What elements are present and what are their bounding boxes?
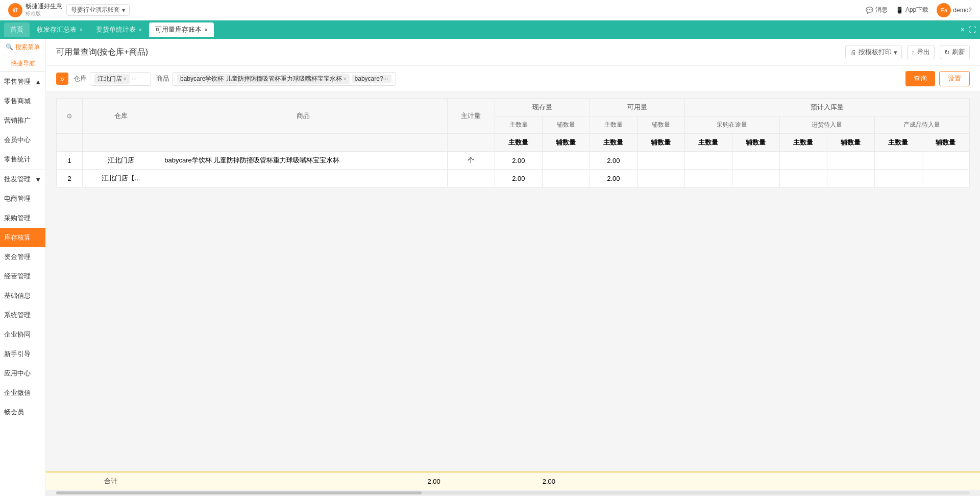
sidebar-item-finance[interactable]: 资金管理 — [0, 247, 45, 267]
query-btn[interactable]: 查询 — [905, 71, 935, 86]
sidebar-label-inventory: 库存核算 — [4, 233, 31, 242]
search-icon: 🔍 — [6, 43, 13, 51]
data-table: ⚙ 仓库 商品 主计量 现存量 可用量 预计入库量 主数量 辅数量 主数量 辅数… — [56, 98, 970, 187]
warehouse-field: 仓库 江北门店 × ··· — [74, 72, 151, 86]
th-sm: 主数量 — [495, 134, 542, 152]
th-avail-aux: 辅数量 — [637, 116, 684, 134]
sidebar-item-marketing[interactable]: 营销推广 — [0, 111, 45, 130]
settings-btn[interactable]: 设置 — [939, 71, 970, 86]
th-index — [57, 134, 83, 152]
th-unit: 主计量 — [447, 99, 495, 134]
th-pra: 辅数量 — [922, 134, 969, 152]
cell-pt-aux — [732, 152, 779, 170]
cell-unit: 个 — [447, 152, 495, 170]
cell-prod-main — [874, 170, 922, 187]
sidebar-item-basic[interactable]: 基础信息 — [0, 286, 45, 305]
cell-prod-aux — [922, 152, 969, 170]
tab-receivable[interactable]: 收发存汇总表 × — [31, 22, 89, 37]
cell-avail-main: 2.00 — [590, 170, 637, 187]
sidebar-label-retail_mgmt: 零售管理 — [4, 77, 31, 86]
sidebar-label-marketing: 营销推广 — [4, 116, 31, 125]
sidebar-item-member[interactable]: 会员中心 — [0, 130, 45, 150]
sidebar-item-enterprise[interactable]: 企业协同 — [0, 325, 45, 344]
sidebar-item-retail_mgmt[interactable]: 零售管理 ▲ — [0, 72, 45, 91]
cell-in-main — [779, 152, 827, 170]
tab-order[interactable]: 要货单统计表 × — [90, 22, 148, 37]
th-wh-empty — [83, 134, 159, 152]
cell-index: 1 — [57, 152, 83, 170]
top-bar-left: 好 畅捷通好生意 标准版 母婴行业演示账套 ▾ — [8, 3, 130, 18]
table-area: ⚙ 仓库 商品 主计量 现存量 可用量 预计入库量 主数量 辅数量 主数量 辅数… — [46, 92, 980, 471]
th-available: 可用量 — [590, 99, 684, 116]
sidebar-item-wholesale[interactable]: 批发管理 ▼ — [0, 169, 45, 189]
sidebar-item-purchase[interactable]: 采购管理 — [0, 208, 45, 228]
print-btn[interactable]: 🖨 按模板打印 ▾ — [845, 45, 902, 59]
cell-avail-aux — [637, 152, 684, 170]
expand-btn[interactable]: » — [56, 73, 68, 85]
sidebar-item-retail_store[interactable]: 零售商城 — [0, 91, 45, 111]
sidebar-quick-nav[interactable]: 快捷导航 — [0, 56, 45, 72]
cell-unit — [447, 170, 495, 187]
th-pta: 辅数量 — [732, 134, 779, 152]
quick-nav-label: 快捷导航 — [11, 60, 35, 67]
footer-pt-aux — [693, 473, 750, 490]
user-btn[interactable]: Ea demo2 — [937, 3, 972, 17]
export-icon: ↑ — [912, 49, 915, 56]
th-incoming: 进货待入量 — [779, 116, 874, 134]
horizontal-scrollbar[interactable] — [46, 490, 980, 496]
cell-warehouse: 江北门店 — [83, 152, 159, 170]
industry-selector[interactable]: 母婴行业演示账套 ▾ — [66, 4, 130, 16]
dropdown-icon: ▾ — [122, 7, 125, 14]
close-all-icon[interactable]: × — [961, 26, 965, 34]
sidebar: 🔍 搜索菜单 快捷导航 零售管理 ▲ 零售商城 营销推广 会员中心 零售统计 批… — [0, 39, 46, 496]
sidebar-item-inventory[interactable]: 库存核算 — [0, 228, 45, 247]
warehouse-more[interactable]: ··· — [132, 75, 137, 82]
filter-actions: 查询 设置 — [905, 71, 970, 86]
th-warehouse: 仓库 — [83, 99, 159, 134]
footer-pr-main — [865, 473, 923, 490]
th-unit-empty — [447, 134, 495, 152]
footer-empty3 — [362, 473, 405, 490]
th-inm: 主数量 — [779, 134, 827, 152]
warehouse-input[interactable]: 江北门店 × ··· — [90, 72, 151, 86]
refresh-btn[interactable]: ↻ 刷新 — [940, 45, 970, 59]
product-field: 商品 babycare学饮杯 儿童防摔防撞吸管杯重力球吸嘴杯宝宝水杯 × bab… — [156, 72, 396, 86]
th-sa: 辅数量 — [542, 134, 590, 152]
chevron-down-icon: ▼ — [35, 176, 41, 183]
tab-stock-close[interactable]: × — [205, 27, 208, 33]
product-input[interactable]: babycare学饮杯 儿童防摔防撞吸管杯重力球吸嘴杯宝宝水杯 × babyca… — [173, 72, 396, 86]
username: demo2 — [953, 7, 972, 14]
sidebar-item-ecommerce[interactable]: 电商管理 — [0, 189, 45, 208]
warehouse-tag-close[interactable]: × — [124, 76, 127, 82]
settings-icon: ⚙ — [66, 112, 72, 120]
tab-home[interactable]: 首页 — [4, 22, 30, 37]
app-download-btn[interactable]: 📱 App下载 — [896, 6, 928, 14]
sidebar-item-system[interactable]: 系统管理 — [0, 305, 45, 325]
sidebar-item-vip[interactable]: 畅会员 — [0, 403, 45, 422]
sidebar-label-vip: 畅会员 — [4, 408, 24, 417]
product-tag-close[interactable]: × — [344, 76, 347, 82]
th-stock-aux: 辅数量 — [542, 116, 590, 134]
fullscreen-icon[interactable]: ⛶ — [969, 26, 976, 34]
table-footer: 合计 2.00 2.00 — [46, 471, 980, 490]
export-btn[interactable]: ↑ 导出 — [907, 45, 935, 59]
logo-text: 畅捷通好生意 — [26, 3, 62, 11]
sidebar-item-retail_stats[interactable]: 零售统计 — [0, 150, 45, 169]
cell-index: 2 — [57, 170, 83, 187]
tab-receivable-close[interactable]: × — [80, 27, 83, 33]
cell-product: babycare学饮杯 儿童防摔防撞吸管杯重力球吸嘴杯宝宝水杯 — [159, 152, 447, 170]
warehouse-tag-text: 江北门店 — [97, 75, 122, 83]
tab-order-close[interactable]: × — [139, 27, 142, 33]
footer-stock-main: 2.00 — [405, 473, 463, 490]
sidebar-search[interactable]: 🔍 搜索菜单 — [0, 39, 45, 56]
sidebar-item-wechat[interactable]: 企业微信 — [0, 383, 45, 403]
sidebar-label-retail_stats: 零售统计 — [4, 155, 31, 164]
message-btn[interactable]: 💬 消息 — [866, 6, 888, 14]
main-layout: 🔍 搜索菜单 快捷导航 零售管理 ▲ 零售商城 营销推广 会员中心 零售统计 批… — [0, 39, 980, 496]
th-settings[interactable]: ⚙ — [57, 99, 83, 134]
sidebar-item-operation[interactable]: 经营管理 — [0, 267, 45, 286]
expand-icon: » — [60, 75, 64, 83]
tab-stock[interactable]: 可用量库存账本 × — [149, 22, 214, 37]
sidebar-item-guide[interactable]: 新手引导 — [0, 344, 45, 364]
sidebar-item-appstore[interactable]: 应用中心 — [0, 364, 45, 383]
